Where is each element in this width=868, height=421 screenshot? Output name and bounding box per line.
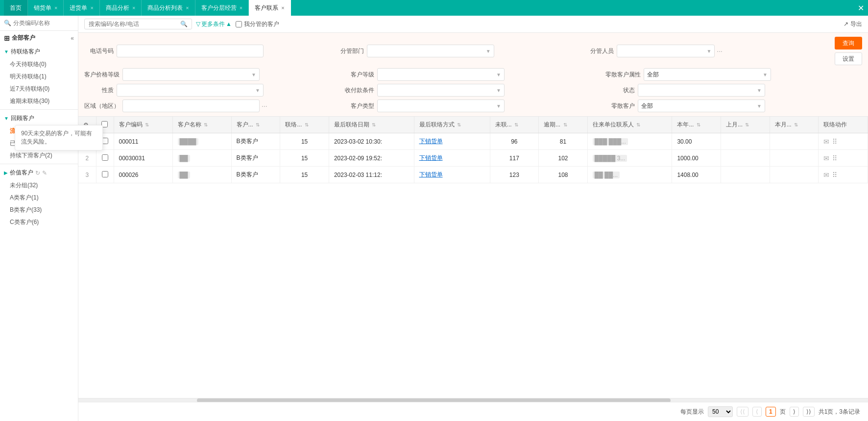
col-overdue[interactable]: 逾期... ⇅ [539,117,588,133]
sidebar-item-7days[interactable]: 近7天待联络(0) [0,83,78,95]
prev-page-btn[interactable]: ⟨ [752,407,762,417]
next-page-btn[interactable]: ⟩ [790,407,799,417]
price-level-select[interactable]: ▼ [122,68,260,81]
horizontal-scrollbar[interactable] [78,398,868,402]
close-analysis-list-tab[interactable]: × [186,5,189,11]
customer-type-select[interactable]: ▼ [377,99,505,112]
status-select[interactable]: ▼ [638,84,765,97]
col-last-method[interactable]: 最后联络方式 ⇅ [414,117,490,133]
my-customers-checkbox[interactable] [236,21,242,27]
per-page-select[interactable]: 50 100 [708,406,733,417]
filter-search-icon[interactable]: 🔍 [180,21,188,27]
refresh-icon[interactable]: ↻ [35,170,40,176]
sidebar-item-ungrouped[interactable]: 未分组(32) [0,179,78,192]
customer-type-chevron: ▼ [496,103,501,109]
nav-tab-purchase[interactable]: 进货单 × [64,0,99,16]
pagination-bar: 每页显示 50 100 ⟨⟨ ⟨ 1 页 ⟩ ⟩⟩ 共1页，3条记录 [78,402,868,421]
close-customer-layer-tab[interactable]: × [240,5,242,11]
filter-icon: ▽ [196,21,200,27]
sidebar-item-today[interactable]: 今天待联络(0) [0,58,78,71]
row-overdue-1: 81 [539,133,588,150]
nav-tab-customer-contact[interactable]: 客户联系 × [249,0,290,16]
col-this-month-amt[interactable]: 本月... ⇅ [770,117,819,133]
col-name[interactable]: 客户名称 ⇅ [172,117,231,133]
sidebar-search-icon[interactable]: 🔍 [4,20,11,26]
close-purchase-tab[interactable]: × [90,5,93,11]
zero-customer-select[interactable]: 全部 ▼ [638,99,765,112]
gender-select[interactable]: ▼ [117,84,264,97]
region-more-icon[interactable]: ··· [262,102,267,110]
first-page-btn[interactable]: ⟨⟨ [737,407,748,417]
nav-tab-analysis-list[interactable]: 商品分析列表 × [142,0,195,16]
sidebar-root[interactable]: ⊞ 全部客户 « [0,31,78,45]
more-action-icon-2[interactable]: ⠿ [832,154,837,162]
payment-select[interactable]: ▼ [377,84,505,97]
nav-tab-sales[interactable]: 销货单 × [28,0,64,16]
close-sales-tab[interactable]: × [54,5,57,11]
export-btn[interactable]: ↗ 导出 [844,20,862,28]
query-button[interactable]: 查询 [835,37,862,50]
setting-button[interactable]: 设置 [835,52,862,65]
row-select-2[interactable] [102,154,108,161]
filter-search-container[interactable]: 🔍 [84,19,192,29]
col-code[interactable]: 客户编码 ⇅ [114,117,172,133]
row-code-3: 000026 [114,167,172,183]
my-customers-checkbox-label[interactable]: 我分管的客户 [236,20,279,28]
col-last-month-amt[interactable]: 上月... ⇅ [721,117,770,133]
row-last-method-2[interactable]: 下销货单 [414,150,490,167]
sidebar-group-value-title[interactable]: ▶ 价值客户 ↻ ✎ [0,166,78,179]
sidebar-item-class-b[interactable]: B类客户(33) [0,204,78,216]
close-analysis-tab[interactable]: × [132,5,135,11]
row-this-month-2 [770,150,819,167]
edit-icon[interactable]: ✎ [42,170,47,176]
row-last-month-1 [721,133,770,150]
row-year-amt-1: 30.00 [672,133,721,150]
contact-icon-1[interactable]: ✉ [823,138,829,146]
col-year-amt[interactable]: 本年... ⇅ [672,117,721,133]
sidebar-item-tomorrow[interactable]: 明天待联络(1) [0,71,78,83]
region-select[interactable] [122,99,260,112]
sidebar-search-input[interactable] [13,20,78,26]
nav-tab-analysis[interactable]: 商品分析 × [100,0,142,16]
filter-search-input[interactable] [89,21,178,27]
row-last-method-1[interactable]: 下销货单 [414,133,490,150]
col-unlisted[interactable]: 未联... ⇅ [490,117,539,133]
content-area: 🔍 ▽ 更多条件 ▲ 我分管的客户 ↗ 导出 电话号码 [78,16,868,421]
row-checkbox-3[interactable] [96,167,114,183]
sidebar: 🔍 ⊞ 全部客户 « ▼ 待联络客户 今天待联络(0) 明天待联络(1) 近7天… [0,16,78,421]
nav-tab-customer-layer[interactable]: 客户分层经营 × [195,0,249,16]
sidebar-item-class-c[interactable]: C类客户(6) [0,216,78,228]
window-close-icon[interactable]: ✕ [858,3,864,13]
collapse-icon[interactable]: « [71,35,74,42]
customer-level-select[interactable]: ▼ [377,68,505,81]
col-type[interactable]: 客户... ⇅ [231,117,280,133]
row-checkbox-2[interactable] [96,150,114,167]
person-more-icon[interactable]: ··· [717,47,723,55]
row-last-method-3[interactable]: 下销货单 [414,167,490,183]
dept-select[interactable]: ▼ [367,45,494,57]
contact-icon-2[interactable]: ✉ [823,154,829,162]
last-page-btn[interactable]: ⟩⟩ [803,407,815,417]
col-last-date[interactable]: 最后联络日期 ⇅ [329,117,414,133]
sidebar-item-class-a[interactable]: A类客户(1) [0,192,78,204]
zero-attr-select[interactable]: 全部 ▼ [644,68,771,81]
sidebar-group-pending-title[interactable]: ▼ 待联络客户 [0,45,78,58]
more-action-icon-3[interactable]: ⠿ [832,171,837,179]
col-contact-num[interactable]: 联络... ⇅ [280,117,329,133]
row-select-3[interactable] [102,171,108,177]
more-action-icon-1[interactable]: ⠿ [832,138,837,146]
sidebar-group-review-title[interactable]: ▼ 回顾客户 [0,112,78,125]
close-customer-contact-tab[interactable]: × [281,5,284,11]
sidebar-search-box[interactable]: 🔍 [0,16,78,31]
contact-icon-3[interactable]: ✉ [823,171,829,179]
sidebar-item-overdue-contact[interactable]: 逾期未联络(30) [0,95,78,107]
nav-tab-home[interactable]: 首页 [4,0,28,16]
phone-input[interactable] [117,45,264,57]
customer-type-field: 客户类型 ▼ [345,99,602,112]
col-person[interactable]: 往来单位联系人 ⇅ [587,117,672,133]
sidebar-item-declining[interactable]: 持续下滑客户(2) [0,149,78,162]
more-conditions-btn[interactable]: ▽ 更多条件 ▲ [196,20,232,28]
customer-table: ⚙ 客户编码 ⇅ 客户名称 ⇅ 客户... ⇅ [78,117,868,183]
person-select[interactable]: ▼ [617,45,715,57]
data-table-container: ⚙ 客户编码 ⇅ 客户名称 ⇅ 客户... ⇅ [78,117,868,398]
